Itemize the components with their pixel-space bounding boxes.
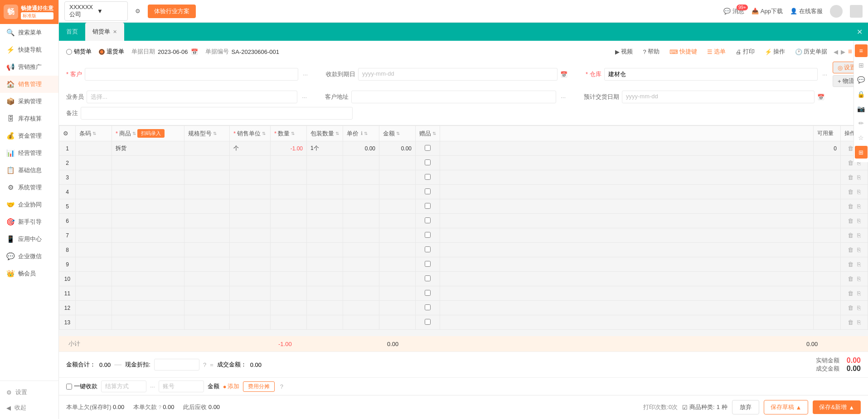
copy-icon[interactable]: ⎘ [857, 319, 861, 326]
cell-product[interactable] [112, 243, 184, 257]
salesperson-dots-icon[interactable]: ··· [302, 94, 307, 101]
cell-gift[interactable] [416, 243, 440, 257]
cell-gift[interactable] [416, 199, 440, 214]
delete-icon[interactable]: 🗑 [848, 290, 853, 297]
copy-icon[interactable]: ⎘ [857, 203, 861, 210]
right-tool-orange-btn[interactable]: ⊞ [855, 146, 868, 159]
cell-pack-qty[interactable] [307, 286, 343, 301]
sidebar-item-quick-nav[interactable]: ⚡ 快捷导航 [0, 41, 58, 58]
cell-pack-qty[interactable] [307, 170, 343, 185]
cell-spec[interactable] [184, 228, 230, 243]
cell-barcode[interactable] [76, 257, 112, 272]
cell-qty[interactable] [271, 185, 307, 199]
sidebar-item-collab[interactable]: 🤝 企业协同 [0, 196, 58, 213]
cell-pack-qty[interactable] [307, 257, 343, 272]
list-view-icon[interactable]: ≡ [848, 48, 852, 56]
right-tool-list-view[interactable]: ≡ [855, 44, 868, 57]
cell-gift[interactable] [416, 257, 440, 272]
cell-barcode[interactable] [76, 170, 112, 185]
cell-amount[interactable] [379, 156, 416, 170]
cell-spec[interactable] [184, 156, 230, 170]
customer-dots-icon[interactable]: ··· [303, 71, 308, 78]
cell-barcode[interactable] [76, 228, 112, 243]
delete-icon[interactable]: 🗑 [848, 246, 853, 253]
delete-icon[interactable]: 🗑 [848, 319, 853, 326]
sort-icon-barcode[interactable]: ⇅ [92, 131, 96, 136]
remarks-input[interactable] [81, 107, 353, 120]
cell-price[interactable] [343, 170, 379, 185]
cell-unit[interactable] [230, 315, 271, 330]
cell-unit[interactable] [230, 228, 271, 243]
addr-dots-icon[interactable]: ··· [561, 94, 566, 101]
cell-spec[interactable] [184, 214, 230, 228]
cell-product[interactable] [112, 185, 184, 199]
table-scroll-area[interactable]: ⚙ 条码⇅ * 商品 ⇅ 扫码录入 [59, 125, 868, 336]
fenpei-info-icon[interactable]: ? [280, 383, 283, 390]
cell-spec[interactable] [184, 315, 230, 330]
cell-pack-qty[interactable] [307, 185, 343, 199]
save-new-button[interactable]: 保存&新增 ▲ [813, 400, 861, 414]
cell-qty[interactable] [271, 170, 307, 185]
cell-barcode[interactable] [76, 301, 112, 315]
cell-amount[interactable] [379, 228, 416, 243]
cell-qty[interactable] [271, 243, 307, 257]
cell-product[interactable] [112, 214, 184, 228]
sort-icon-qty[interactable]: ⇅ [291, 131, 295, 136]
cell-remark[interactable] [440, 243, 814, 257]
save-draft-button[interactable]: 保存草稿 ▲ [764, 400, 809, 414]
copy-icon[interactable]: ⎘ [857, 217, 861, 224]
shortcut-btn[interactable]: ⌨ 快捷键 [666, 46, 701, 57]
cell-amount[interactable] [379, 199, 416, 214]
cell-barcode[interactable] [76, 199, 112, 214]
user-menu-button[interactable] [850, 5, 863, 18]
cell-pack-qty[interactable]: 1个 [307, 141, 343, 156]
cell-product[interactable] [112, 257, 184, 272]
sort-icon-product[interactable]: ⇅ [132, 131, 136, 136]
cell-unit[interactable] [230, 286, 271, 301]
cell-remark[interactable] [440, 170, 814, 185]
copy-icon[interactable]: ⎘ [857, 174, 861, 181]
cell-gift[interactable] [416, 272, 440, 286]
cell-barcode[interactable] [76, 272, 112, 286]
radio-return-order[interactable]: 退货单 [99, 48, 124, 56]
abandon-button[interactable]: 放弃 [732, 400, 759, 414]
cell-unit[interactable] [230, 272, 271, 286]
online-service-button[interactable]: 👤 在线客服 [790, 7, 823, 15]
payment-due-input[interactable]: yyyy-mm-dd [358, 68, 558, 81]
cell-remark[interactable] [440, 141, 814, 156]
cell-product[interactable] [112, 301, 184, 315]
copy-icon[interactable]: ⎘ [857, 246, 861, 253]
cell-amount[interactable] [379, 243, 416, 257]
copy-icon[interactable]: ⎘ [857, 261, 861, 268]
avatar[interactable] [830, 5, 843, 18]
payment-dots-icon[interactable]: ··· [150, 383, 155, 390]
cell-qty[interactable] [271, 156, 307, 170]
cell-price[interactable] [343, 315, 379, 330]
cell-spec[interactable] [184, 257, 230, 272]
scan-barcode-button[interactable]: 扫码录入 [137, 129, 165, 138]
cell-amount[interactable] [379, 286, 416, 301]
cell-barcode[interactable] [76, 141, 112, 156]
operate-btn[interactable]: ⚡ 操作 [761, 46, 789, 57]
cell-pack-qty[interactable] [307, 301, 343, 315]
cell-gift[interactable] [416, 141, 440, 156]
right-tool-message[interactable]: 💬 [855, 73, 868, 86]
cell-price[interactable] [343, 257, 379, 272]
cell-qty[interactable] [271, 286, 307, 301]
cell-remark[interactable] [440, 185, 814, 199]
sort-icon-pack[interactable]: ⇅ [335, 131, 339, 136]
sidebar-item-guide[interactable]: 🎯 新手引导 [0, 213, 58, 231]
sidebar-item-inventory[interactable]: 🗄 库存核算 [0, 110, 58, 127]
cell-product[interactable] [112, 286, 184, 301]
cell-price[interactable]: 0.00 [343, 141, 379, 156]
expected-calendar-icon[interactable]: 📅 [817, 94, 824, 101]
cell-amount[interactable] [379, 272, 416, 286]
cell-gift[interactable] [416, 301, 440, 315]
cell-gift[interactable] [416, 315, 440, 330]
tab-close-icon[interactable]: ✕ [113, 29, 117, 35]
video-btn[interactable]: ▶ 视频 [611, 46, 636, 57]
cell-unit[interactable] [230, 199, 271, 214]
cell-spec[interactable] [184, 243, 230, 257]
one-click-payment-checkbox[interactable]: 一键收款 [66, 382, 97, 390]
close-window-button[interactable]: ✕ [857, 28, 868, 36]
